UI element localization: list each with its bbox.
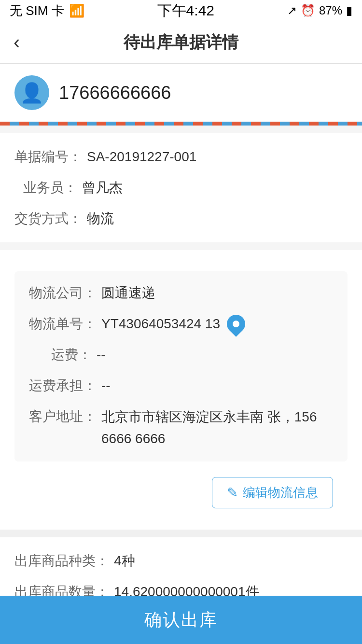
nav-bar: ‹ 待出库单据详情 (0, 21, 362, 64)
logistics-company-label: 物流公司： (29, 283, 101, 303)
user-header: 👤 17666666666 (0, 64, 362, 122)
order-no-row: 单据编号： SA-20191227-001 (14, 147, 348, 167)
order-no-value: SA-20191227-001 (87, 147, 348, 167)
freight-value: -- (97, 345, 333, 365)
status-bar: 无 SIM 卡 📶 下午4:42 ↗ ⏰ 87% ▮ (0, 0, 362, 21)
logistics-section: 物流公司： 圆通速递 物流单号： YT43064053424 13 运费： --… (0, 250, 362, 530)
edit-btn-label: 编辑物流信息 (243, 484, 318, 501)
battery-icon: ▮ (346, 4, 352, 17)
status-time: 下午4:42 (157, 1, 214, 21)
edit-icon: ✎ (227, 485, 238, 501)
logistics-company-row: 物流公司： 圆通速递 (29, 283, 333, 303)
edit-logistics-button[interactable]: ✎ 编辑物流信息 (212, 477, 333, 508)
freight-bearer-label: 运费承担： (29, 376, 101, 396)
logistics-card: 物流公司： 圆通速递 物流单号： YT43064053424 13 运费： --… (14, 271, 348, 462)
alarm-icon: ⏰ (301, 4, 315, 17)
sales-person-row: 业务员： 曾凡杰 (14, 178, 348, 198)
address-value: 北京市市辖区海淀区永丰南 张，156 6666 6666 (101, 406, 333, 450)
tracking-no-value: YT43064053424 13 (101, 314, 333, 334)
user-phone: 17666666666 (59, 83, 171, 103)
address-row: 客户地址： 北京市市辖区海淀区永丰南 张，156 6666 6666 (29, 406, 333, 450)
carrier-text: 无 SIM 卡 (10, 2, 64, 19)
order-no-label: 单据编号： (14, 147, 87, 167)
tracking-no-label: 物流单号： (29, 314, 101, 334)
sales-person-value: 曾凡杰 (82, 178, 348, 198)
goods-types-value: 4种 (114, 551, 348, 571)
logistics-company-value: 圆通速递 (101, 283, 333, 303)
order-info-section: 单据编号： SA-20191227-001 业务员： 曾凡杰 交货方式： 物流 (0, 133, 362, 242)
freight-bearer-value: -- (101, 376, 333, 396)
delivery-method-label: 交货方式： (14, 209, 87, 229)
freight-row: 运费： -- (29, 345, 333, 365)
sales-person-label: 业务员： (14, 178, 82, 198)
status-left: 无 SIM 卡 📶 (10, 2, 84, 19)
wifi-icon: 📶 (69, 3, 84, 18)
goods-types-label: 出库商品种类： (14, 551, 114, 571)
page-title: 待出库单据详情 (124, 31, 238, 54)
delivery-method-value: 物流 (87, 209, 348, 229)
tracking-no-text: YT43064053424 13 (101, 314, 220, 334)
back-button[interactable]: ‹ (14, 31, 20, 53)
freight-label: 运费： (29, 345, 97, 365)
user-icon: 👤 (20, 82, 44, 104)
avatar: 👤 (14, 75, 49, 110)
freight-bearer-row: 运费承担： -- (29, 376, 333, 396)
location-icon: ↗ (287, 4, 297, 17)
edit-btn-container: ✎ 编辑物流信息 (14, 469, 348, 516)
battery-text: 87% (319, 4, 342, 17)
confirm-btn-text: 确认出库 (144, 608, 218, 632)
dashed-divider (0, 122, 362, 126)
tracking-no-row: 物流单号： YT43064053424 13 (29, 314, 333, 334)
confirm-btn-container[interactable]: 确认出库 (0, 596, 362, 644)
section-separator (0, 530, 362, 537)
location-pin-icon[interactable] (223, 311, 249, 337)
goods-types-row: 出库商品种类： 4种 (14, 551, 348, 571)
delivery-method-row: 交货方式： 物流 (14, 209, 348, 229)
status-right: ↗ ⏰ 87% ▮ (287, 4, 352, 17)
address-label: 客户地址： (29, 406, 101, 427)
